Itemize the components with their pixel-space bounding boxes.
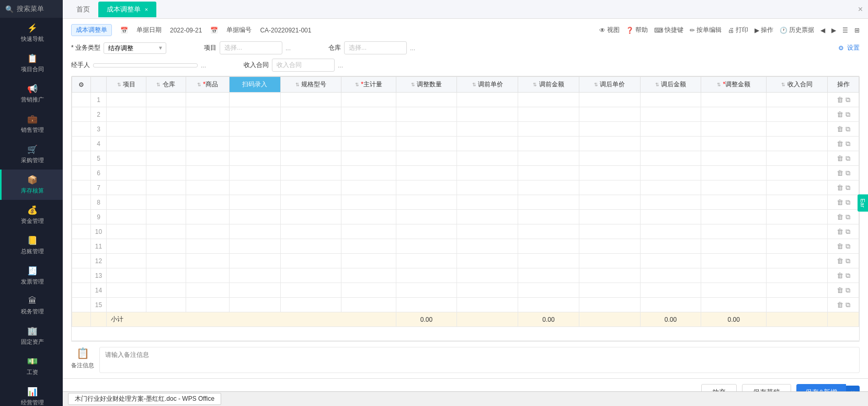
cell-before-unit-price[interactable] — [457, 137, 518, 151]
nav-prev-btn[interactable]: ◀ — [820, 27, 825, 34]
delete-row-icon[interactable]: 🗑 — [837, 110, 843, 119]
cell-before-amount[interactable] — [518, 195, 579, 210]
copy-row-icon[interactable]: ⧉ — [846, 301, 850, 309]
cell-warehouse[interactable] — [146, 166, 186, 181]
cell-adj-amount[interactable] — [701, 298, 767, 312]
cell-adj-qty[interactable] — [396, 181, 457, 195]
tab-cost-adjust[interactable]: 成本调整单 × — [98, 2, 156, 17]
cell-adj-amount[interactable] — [701, 210, 767, 224]
cell-income-contract[interactable] — [767, 107, 828, 122]
col-before-unit-price[interactable]: ⇅ 调前单价 — [457, 77, 518, 93]
cell-after-unit-price[interactable] — [579, 195, 640, 210]
history-btn[interactable]: 🕐 历史票据 — [780, 26, 814, 35]
cell-spec[interactable] — [280, 107, 341, 122]
cell-scan-input[interactable] — [230, 283, 280, 298]
cell-income-contract[interactable] — [767, 254, 828, 268]
cell-before-amount[interactable] — [518, 283, 579, 298]
cell-after-amount[interactable] — [640, 166, 701, 181]
cell-product[interactable] — [186, 195, 230, 210]
cell-spec[interactable] — [280, 268, 341, 283]
cell-before-unit-price[interactable] — [457, 210, 518, 224]
cell-adj-amount[interactable] — [701, 93, 767, 107]
notes-input[interactable] — [99, 347, 860, 373]
cell-adj-qty[interactable] — [396, 298, 457, 312]
cell-income-contract[interactable] — [767, 122, 828, 137]
cell-before-unit-price[interactable] — [457, 268, 518, 283]
cell-project[interactable] — [107, 181, 146, 195]
delete-row-icon[interactable]: 🗑 — [837, 198, 843, 207]
cell-product[interactable] — [186, 239, 230, 254]
cell-adj-qty[interactable] — [396, 151, 457, 166]
cell-after-amount[interactable] — [640, 210, 701, 224]
taskbar-wps-item[interactable]: 木门行业好业财处理方案-墨红红.doc - WPS Office — [68, 393, 221, 405]
cell-unit[interactable] — [341, 151, 396, 166]
cell-spec[interactable] — [280, 224, 341, 239]
sidebar-item-invoice[interactable]: 🧾发票管理 — [0, 261, 63, 291]
cell-spec[interactable] — [280, 239, 341, 254]
grid-view-btn[interactable]: ⊞ — [854, 27, 860, 34]
window-close-icon[interactable]: × — [858, 5, 863, 14]
table-settings-col[interactable]: ⚙ — [72, 77, 91, 93]
cell-scan-input[interactable] — [230, 195, 280, 210]
shortcut-btn[interactable]: ⌨ 快捷键 — [654, 26, 683, 35]
cell-scan-input[interactable] — [230, 107, 280, 122]
delete-row-icon[interactable]: 🗑 — [837, 301, 843, 309]
project-dots[interactable]: ... — [285, 44, 291, 52]
cell-spec[interactable] — [280, 298, 341, 312]
cell-warehouse[interactable] — [146, 93, 186, 107]
cell-before-amount[interactable] — [518, 166, 579, 181]
cell-after-amount[interactable] — [640, 107, 701, 122]
cell-income-contract[interactable] — [767, 283, 828, 298]
cell-before-unit-price[interactable] — [457, 151, 518, 166]
tab-home[interactable]: 首页 — [68, 2, 98, 17]
cell-product[interactable] — [186, 181, 230, 195]
cell-after-amount[interactable] — [640, 137, 701, 151]
cell-unit[interactable] — [341, 268, 396, 283]
delete-row-icon[interactable]: 🗑 — [837, 154, 843, 163]
print-btn[interactable]: 🖨 打印 — [728, 26, 748, 35]
cell-income-contract[interactable] — [767, 166, 828, 181]
cell-project[interactable] — [107, 283, 146, 298]
cell-adj-qty[interactable] — [396, 239, 457, 254]
cell-income-contract[interactable] — [767, 181, 828, 195]
cell-unit[interactable] — [341, 224, 396, 239]
cell-warehouse[interactable] — [146, 210, 186, 224]
cell-unit[interactable] — [341, 181, 396, 195]
cell-project[interactable] — [107, 122, 146, 137]
cell-warehouse[interactable] — [146, 107, 186, 122]
warehouse-input[interactable]: 选择... — [344, 41, 407, 54]
cell-scan-input[interactable] — [230, 151, 280, 166]
cell-before-unit-price[interactable] — [457, 107, 518, 122]
cell-income-contract[interactable] — [767, 151, 828, 166]
cell-before-amount[interactable] — [518, 181, 579, 195]
income-contract-input[interactable]: 收入合同 — [272, 59, 335, 72]
cell-adj-amount[interactable] — [701, 181, 767, 195]
cell-adj-qty[interactable] — [396, 268, 457, 283]
cell-warehouse[interactable] — [146, 137, 186, 151]
cell-scan-input[interactable] — [230, 239, 280, 254]
cell-income-contract[interactable] — [767, 210, 828, 224]
cell-income-contract[interactable] — [767, 268, 828, 283]
cell-product[interactable] — [186, 224, 230, 239]
copy-row-icon[interactable]: ⧉ — [846, 96, 850, 104]
cell-before-unit-price[interactable] — [457, 254, 518, 268]
cell-warehouse[interactable] — [146, 151, 186, 166]
cell-warehouse[interactable] — [146, 283, 186, 298]
copy-row-icon[interactable]: ⧉ — [846, 110, 850, 119]
cell-after-amount[interactable] — [640, 181, 701, 195]
col-before-amount[interactable]: ⇅ 调前金额 — [518, 77, 579, 93]
cell-before-unit-price[interactable] — [457, 239, 518, 254]
sidebar-item-finance[interactable]: 💰资金管理 — [0, 200, 63, 230]
cell-project[interactable] — [107, 268, 146, 283]
cell-after-amount[interactable] — [640, 298, 701, 312]
delete-row-icon[interactable]: 🗑 — [837, 242, 843, 251]
cell-scan-input[interactable] — [230, 93, 280, 107]
cell-scan-input[interactable] — [230, 268, 280, 283]
cell-spec[interactable] — [280, 195, 341, 210]
cell-scan-input[interactable] — [230, 122, 280, 137]
delete-row-icon[interactable]: 🗑 — [837, 169, 843, 177]
help-btn[interactable]: ❓ 帮助 — [626, 26, 648, 35]
cell-warehouse[interactable] — [146, 239, 186, 254]
cell-warehouse[interactable] — [146, 254, 186, 268]
cell-spec[interactable] — [280, 137, 341, 151]
